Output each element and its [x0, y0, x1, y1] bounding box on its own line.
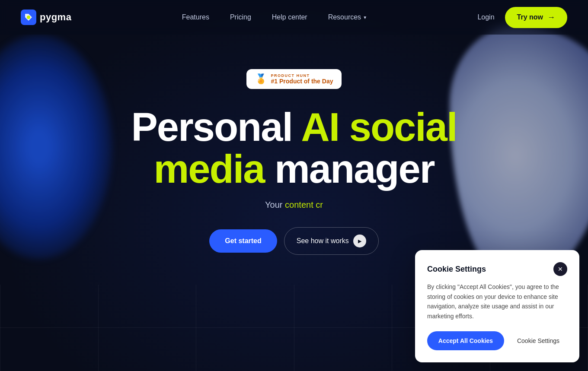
logo-link[interactable]: pygma: [21, 10, 71, 25]
hero-subtitle-highlight: content cr: [285, 200, 323, 209]
cookie-settings-button[interactable]: Cookie Settings: [509, 337, 567, 344]
cookie-close-button[interactable]: ✕: [553, 262, 567, 276]
product-hunt-badge: 🏅 PRODUCT HUNT #1 Product of the Day: [246, 69, 342, 89]
get-started-button[interactable]: Get started: [209, 229, 277, 253]
hero-title-part4: manager: [275, 147, 435, 191]
nav-links: Features Pricing Help center Resources ▼: [182, 13, 367, 21]
arrow-right-icon: →: [547, 13, 555, 22]
cookie-actions: Accept All Cookies Cookie Settings: [427, 331, 567, 350]
hero-title: Personal AI social media manager: [131, 106, 457, 190]
hero-subtitle: Your content cr: [265, 200, 323, 210]
svg-point-1: [27, 16, 30, 19]
accept-all-cookies-button[interactable]: Accept All Cookies: [427, 331, 504, 350]
play-icon: ▶: [353, 235, 366, 247]
hero-ctas: Get started See how it works ▶: [209, 227, 378, 255]
badge-text-group: PRODUCT HUNT #1 Product of the Day: [271, 73, 333, 85]
close-icon: ✕: [558, 266, 563, 273]
nav-resources[interactable]: Resources ▼: [328, 13, 367, 21]
nav-help-center[interactable]: Help center: [272, 13, 307, 21]
medal-icon: 🏅: [255, 73, 267, 85]
badge-small-text: PRODUCT HUNT: [271, 73, 333, 78]
cookie-banner: Cookie Settings ✕ By clicking "Accept Al…: [415, 250, 579, 362]
cookie-header: Cookie Settings ✕: [427, 262, 567, 276]
cookie-body-text: By clicking "Accept All Cookies", you ag…: [427, 282, 567, 321]
nav-features[interactable]: Features: [182, 13, 209, 21]
try-now-button[interactable]: Try now →: [505, 7, 567, 28]
hero-title-part3: media: [154, 147, 265, 191]
logo-text: pygma: [40, 12, 71, 23]
login-link[interactable]: Login: [477, 13, 494, 21]
logo-icon: [21, 10, 36, 25]
navbar: pygma Features Pricing Help center Resou…: [0, 0, 588, 35]
chevron-down-icon: ▼: [363, 15, 367, 20]
badge-main-text: #1 Product of the Day: [271, 78, 333, 85]
hero-section: 🏅 PRODUCT HUNT #1 Product of the Day Per…: [0, 35, 588, 255]
cookie-title: Cookie Settings: [427, 265, 486, 274]
see-how-button[interactable]: See how it works ▶: [284, 227, 379, 255]
hero-title-part2: AI social: [301, 105, 457, 149]
nav-right: Login Try now →: [477, 7, 567, 28]
hero-title-part1: Personal: [131, 105, 292, 149]
nav-pricing[interactable]: Pricing: [230, 13, 251, 21]
